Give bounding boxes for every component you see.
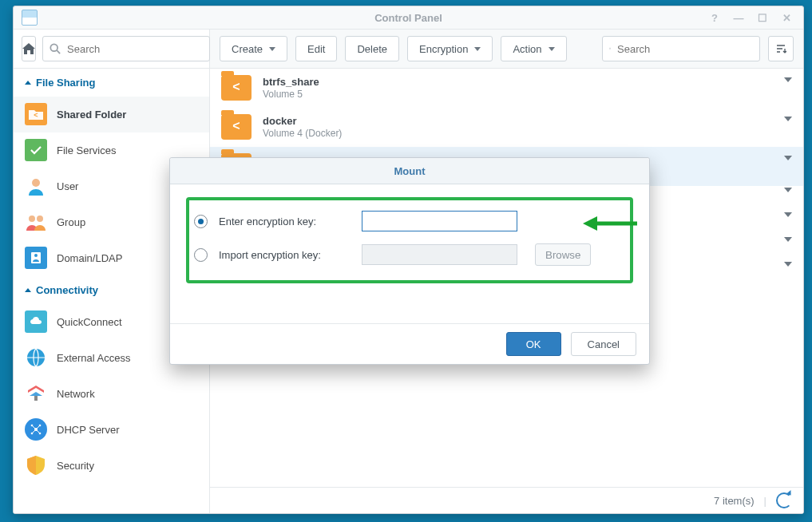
radio-enter-key-label: Enter encryption key: [219, 216, 351, 227]
sidebar-item-label: Shared Folder [57, 109, 126, 121]
expand-toggle[interactable] [784, 121, 792, 133]
chevron-up-icon [25, 81, 31, 85]
import-key-path-input [362, 244, 517, 265]
action-button[interactable]: Action [501, 36, 566, 61]
window-title: Control Panel [14, 12, 803, 24]
svg-text:<: < [34, 111, 38, 119]
sidebar-item-label: QuickConnect [57, 316, 122, 328]
chevron-down-icon [784, 237, 792, 254]
radio-import-key[interactable] [194, 248, 208, 262]
chevron-down-icon [784, 77, 792, 94]
sidebar-item-label: File Services [57, 144, 116, 156]
dhcp-icon [25, 418, 47, 441]
create-button[interactable]: Create [220, 36, 287, 61]
network-icon [25, 382, 47, 405]
sidebar-item-label: User [57, 180, 78, 192]
sidebar-item-label: DHCP Server [57, 424, 120, 436]
search-icon [50, 43, 61, 54]
chevron-down-icon [784, 262, 792, 279]
svg-rect-9 [34, 396, 38, 401]
section-file-sharing[interactable]: File Sharing [14, 69, 209, 97]
domain-ldap-icon [25, 247, 47, 269]
item-count: 7 item(s) [714, 495, 755, 507]
app-icon [22, 10, 38, 26]
svg-point-0 [50, 44, 57, 51]
chevron-down-icon [784, 117, 792, 133]
svg-point-3 [32, 179, 40, 187]
svg-line-1 [57, 50, 60, 53]
titlebar[interactable]: Control Panel ? ― ☐ ✕ [14, 6, 803, 30]
status-bar: 7 item(s) | [210, 487, 803, 513]
delete-button[interactable]: Delete [345, 36, 399, 61]
folder-icon [221, 75, 252, 101]
sort-button[interactable] [768, 36, 794, 61]
chevron-down-icon [269, 47, 275, 51]
svg-point-7 [34, 254, 38, 257]
sidebar-item-security[interactable]: Security [14, 448, 209, 484]
radio-enter-key[interactable] [194, 215, 208, 228]
close-icon[interactable]: ✕ [779, 12, 794, 24]
encryption-key-input[interactable] [362, 211, 517, 231]
sidebar-item-label: Domain/LDAP [57, 252, 122, 264]
folder-name: btrfs_share [263, 76, 319, 89]
chevron-down-icon [784, 188, 792, 204]
browse-button: Browse [535, 243, 591, 266]
minimize-icon[interactable]: ― [731, 12, 746, 24]
expand-toggle[interactable] [784, 82, 792, 94]
sidebar-item-label: Network [57, 388, 95, 400]
external-access-icon [25, 346, 47, 369]
expand-toggle[interactable] [784, 267, 792, 279]
encryption-button[interactable]: Encryption [407, 36, 493, 61]
sidebar-item-label: Security [57, 460, 94, 472]
edit-button[interactable]: Edit [295, 36, 337, 61]
refresh-button[interactable] [776, 492, 792, 508]
folder-volume: Volume 4 (Docker) [263, 128, 342, 139]
folder-icon [221, 114, 252, 140]
expand-toggle[interactable] [784, 242, 792, 254]
help-icon[interactable]: ? [707, 12, 722, 24]
svg-point-5 [37, 216, 43, 222]
list-search[interactable] [602, 36, 760, 61]
group-icon [25, 211, 47, 233]
sidebar-item-dhcp[interactable]: DHCP Server [14, 412, 209, 448]
ok-button[interactable]: OK [506, 332, 561, 356]
toolbar: Create Edit Delete Encryption Action [210, 30, 803, 69]
sidebar-item-network[interactable]: Network [14, 376, 209, 412]
svg-point-4 [29, 216, 35, 222]
chevron-up-icon [25, 288, 31, 292]
expand-toggle[interactable] [784, 160, 792, 172]
folder-name: docker [263, 115, 342, 129]
file-services-icon [25, 139, 47, 161]
chevron-down-icon [474, 47, 481, 51]
chevron-down-icon [549, 47, 555, 51]
shared-folder-icon: < [25, 103, 47, 125]
list-item[interactable]: docker Volume 4 (Docker) [210, 108, 803, 147]
sidebar-item-label: External Access [57, 352, 131, 364]
user-icon [25, 175, 47, 197]
mount-dialog: Mount Enter encryption key: Import encry… [169, 157, 650, 365]
home-button[interactable] [22, 36, 36, 61]
quickconnect-icon [25, 310, 47, 333]
filter-icon [609, 43, 611, 54]
chevron-down-icon [784, 212, 792, 229]
expand-toggle[interactable] [784, 192, 792, 204]
list-search-input[interactable] [616, 42, 753, 56]
shield-icon [25, 454, 47, 477]
sidebar-search-input[interactable] [65, 42, 203, 56]
dialog-title[interactable]: Mount [170, 158, 649, 184]
sidebar-item-shared-folder[interactable]: < Shared Folder [14, 97, 209, 132]
list-item[interactable]: btrfs_share Volume 5 [210, 69, 803, 108]
maximize-icon[interactable]: ☐ [755, 12, 770, 24]
sidebar-item-label: Group [57, 216, 85, 228]
sidebar-search[interactable] [42, 36, 210, 61]
cancel-button[interactable]: Cancel [571, 332, 636, 356]
annotation-highlight: Enter encryption key: Import encryption … [186, 197, 633, 283]
chevron-down-icon [784, 156, 792, 172]
folder-volume: Volume 5 [263, 89, 319, 100]
radio-import-key-label: Import encryption key: [219, 249, 351, 261]
expand-toggle[interactable] [784, 217, 792, 229]
